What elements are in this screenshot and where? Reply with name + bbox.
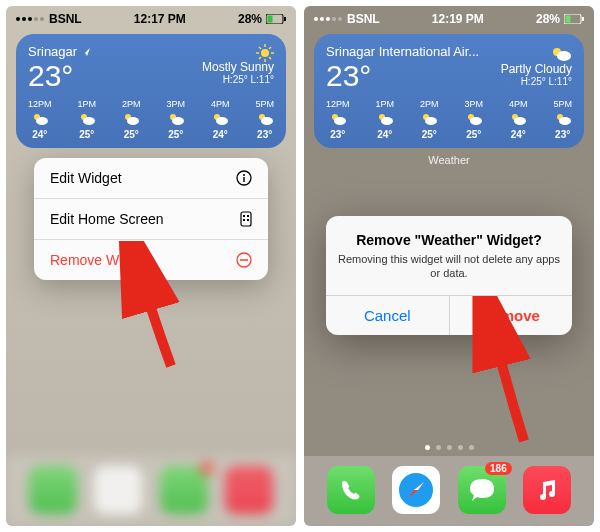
status-bar: BSNL 12:17 PM 28% — [6, 6, 296, 30]
svg-point-23 — [261, 117, 273, 125]
phone-app[interactable] — [327, 466, 375, 514]
cancel-button[interactable]: Cancel — [326, 296, 450, 335]
hour-column: 5PM23° — [553, 99, 572, 140]
hour-temp: 24° — [511, 129, 526, 140]
confirm-dialog: Remove "Weather" Widget? Removing this w… — [326, 216, 572, 335]
weather-widget[interactable]: Srinagar International Air... 23° Partly… — [314, 34, 584, 148]
phone-app[interactable] — [29, 466, 77, 514]
hour-temp: 25° — [168, 129, 183, 140]
svg-rect-31 — [247, 219, 249, 221]
hour-column: 3PM25° — [464, 99, 483, 140]
partly-cloudy-icon — [550, 46, 572, 62]
clock: 12:19 PM — [432, 12, 484, 26]
hour-time: 5PM — [553, 99, 572, 109]
location-arrow-icon — [81, 47, 91, 57]
temperature: 23° — [28, 61, 91, 91]
status-left: BSNL — [16, 12, 82, 26]
hour-column: 2PM25° — [122, 99, 141, 140]
music-icon — [534, 477, 560, 503]
hour-temp: 25° — [79, 129, 94, 140]
hour-time: 2PM — [420, 99, 439, 109]
svg-rect-28 — [243, 215, 245, 217]
messages-app[interactable]: 186 — [458, 466, 506, 514]
remove-icon — [236, 252, 252, 268]
menu-label: Edit Widget — [50, 170, 122, 186]
signal-icon — [314, 17, 342, 21]
hourly-forecast: 12PM23°1PM24°2PM25°3PM25°4PM24°5PM23° — [326, 99, 572, 140]
status-left: BSNL — [314, 12, 380, 26]
svg-rect-1 — [267, 16, 272, 23]
badge: 186 — [485, 462, 512, 475]
hourly-forecast: 12PM24°1PM25°2PM25°3PM25°4PM24°5PM23° — [28, 99, 274, 140]
hour-time: 1PM — [375, 99, 394, 109]
music-app[interactable] — [225, 466, 273, 514]
music-app[interactable] — [523, 466, 571, 514]
safari-app[interactable] — [94, 466, 142, 514]
widget-name-label: Weather — [304, 154, 594, 166]
context-menu: Edit Widget Edit Home Screen Remove Widg… — [34, 158, 268, 280]
hour-time: 5PM — [255, 99, 274, 109]
svg-point-19 — [172, 117, 184, 125]
dialog-message: Removing this widget will not delete any… — [338, 252, 560, 281]
temperature: 23° — [326, 61, 479, 91]
carrier-label: BSNL — [347, 12, 380, 26]
svg-rect-2 — [284, 17, 286, 21]
hour-temp: 25° — [124, 129, 139, 140]
hour-time: 1PM — [77, 99, 96, 109]
edit-home-item[interactable]: Edit Home Screen — [34, 199, 268, 240]
hour-time: 4PM — [509, 99, 528, 109]
status-bar: BSNL 12:19 PM 28% — [304, 6, 594, 30]
page-indicator — [304, 445, 594, 450]
menu-label: Edit Home Screen — [50, 211, 164, 227]
svg-rect-27 — [241, 212, 251, 226]
message-icon — [467, 476, 497, 504]
svg-rect-29 — [247, 215, 249, 217]
weather-widget[interactable]: Srinagar 23° Mostly Sunny H:25° L:11° 12… — [16, 34, 286, 148]
hour-column: 12PM23° — [326, 99, 350, 140]
high-low-label: H:25° L:11° — [501, 76, 572, 87]
clock: 12:17 PM — [134, 12, 186, 26]
svg-point-17 — [127, 117, 139, 125]
edit-widget-item[interactable]: Edit Widget — [34, 158, 268, 199]
hour-temp: 25° — [422, 129, 437, 140]
hour-time: 2PM — [122, 99, 141, 109]
condition-label: Mostly Sunny — [202, 60, 274, 74]
sun-icon — [256, 44, 274, 62]
hour-column: 5PM23° — [255, 99, 274, 140]
battery-percent: 28% — [238, 12, 262, 26]
messages-app[interactable]: • — [160, 466, 208, 514]
remove-button[interactable]: Remove — [450, 296, 573, 335]
svg-point-21 — [216, 117, 228, 125]
apps-icon — [240, 211, 252, 227]
svg-line-8 — [259, 47, 261, 49]
dock: 186 — [304, 456, 594, 526]
svg-point-40 — [334, 117, 346, 125]
hour-temp: 23° — [330, 129, 345, 140]
hour-temp: 23° — [555, 129, 570, 140]
dialog-title: Remove "Weather" Widget? — [338, 232, 560, 248]
svg-point-13 — [36, 117, 48, 125]
svg-rect-36 — [582, 17, 584, 21]
safari-icon — [394, 468, 438, 512]
hour-time: 3PM — [166, 99, 185, 109]
svg-point-44 — [425, 117, 437, 125]
safari-app[interactable] — [392, 466, 440, 514]
battery-percent: 28% — [536, 12, 560, 26]
svg-rect-35 — [565, 16, 570, 23]
svg-point-3 — [261, 49, 269, 57]
svg-line-11 — [259, 57, 261, 59]
svg-line-9 — [269, 57, 271, 59]
hour-time: 4PM — [211, 99, 230, 109]
location-label: Srinagar International Air... — [326, 44, 479, 59]
hour-temp: 24° — [213, 129, 228, 140]
phone-icon — [338, 477, 364, 503]
hour-column: 1PM25° — [77, 99, 96, 140]
phone-left: BSNL 12:17 PM 28% Srinagar 23° Mostly Su… — [6, 6, 296, 526]
svg-point-42 — [381, 117, 393, 125]
svg-point-38 — [557, 51, 571, 61]
remove-widget-item[interactable]: Remove Widget — [34, 240, 268, 280]
svg-point-15 — [83, 117, 95, 125]
hour-temp: 24° — [377, 129, 392, 140]
svg-line-10 — [269, 47, 271, 49]
info-icon — [236, 170, 252, 186]
